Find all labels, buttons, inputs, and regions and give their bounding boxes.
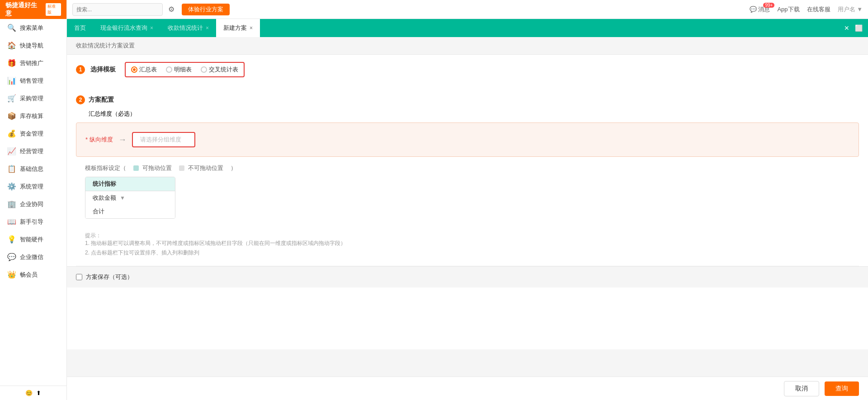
fixed-legend: 不可拖动位置 <box>179 164 223 172</box>
cancel-button[interactable]: 取消 <box>784 381 819 396</box>
metrics-label: 模板指标设定（ <box>85 164 126 172</box>
close-window-icon[interactable]: ✕ <box>844 24 849 32</box>
dropdown-icon[interactable]: ▼ <box>120 195 125 201</box>
metrics-label-end: ） <box>231 164 236 172</box>
dim-select[interactable]: 请选择分组维度 <box>132 132 195 147</box>
metrics-table-header: 统计指标 <box>85 177 175 191</box>
nav-tab-新建方案[interactable]: 新建方案× <box>216 19 260 37</box>
step2-title-row: 2 方案配置 <box>76 95 859 104</box>
draggable-dot <box>133 165 139 171</box>
metrics-section: 模板指标设定（ 可拖动位置 不可拖动位置 ） 统计指标 收款金额 <box>76 164 859 227</box>
topbar-right: 💬 消息 99+ App下载 在线客服 用户名 ▼ <box>750 5 863 14</box>
content-area: 收款情况统计方案设置 1 选择模板 汇总表明细表交叉统计表 2 方案配置 汇总维… <box>67 37 868 376</box>
sidebar-item-销售管理[interactable]: 📊销售管理 <box>0 72 66 89</box>
metrics-table: 统计指标 收款金额▼合计 <box>85 177 175 219</box>
tip-item: 1. 拖动标题栏可以调整布局，不可跨维度或指标区域拖动栏目字段（只能在同一维度或… <box>85 240 850 247</box>
dim-arrow-icon: → <box>118 135 127 145</box>
tabs-controls: ✕ ⬜ <box>844 24 868 32</box>
sidebar-item-畅会员[interactable]: 👑畅会员 <box>0 266 66 283</box>
step2-section: 2 方案配置 汇总维度（必选） * 纵向维度 → 请选择分组维度 <box>67 88 868 266</box>
sidebar-item-智能硬件[interactable]: 💡智能硬件 <box>0 231 66 248</box>
metrics-row-label: 收款金额 <box>93 194 116 202</box>
app-name: 畅捷通好生意 <box>5 1 42 18</box>
content-inner: 收款情况统计方案设置 1 选择模板 汇总表明细表交叉统计表 2 方案配置 汇总维… <box>67 37 868 349</box>
fixed-dot <box>179 165 184 171</box>
sidebar-footer: 😊 ⬆ <box>0 386 66 400</box>
footer: 取消 查询 <box>67 376 868 400</box>
summary-dim-label: 汇总维度（必选） <box>89 110 859 118</box>
sidebar-item-搜索菜单[interactable]: 🔍搜索菜单 <box>0 19 66 37</box>
vertical-dim-label: * 纵向维度 <box>85 136 113 144</box>
metrics-row-合计: 合计 <box>85 205 175 218</box>
radio-交叉统计表[interactable]: 交叉统计表 <box>201 66 238 74</box>
sidebar-item-新手引导[interactable]: 📖新手引导 <box>0 213 66 231</box>
metrics-header: 模板指标设定（ 可拖动位置 不可拖动位置 ） <box>85 164 850 172</box>
sidebar-item-基础信息[interactable]: 📋基础信息 <box>0 160 66 178</box>
app-version: 标准版 <box>46 3 61 16</box>
user-avatar[interactable]: 用户名 ▼ <box>838 5 863 14</box>
search-input[interactable] <box>72 3 163 16</box>
sidebar-item-企业协同[interactable]: 🏢企业协同 <box>0 195 66 213</box>
step1-section: 1 选择模板 汇总表明细表交叉统计表 <box>67 55 868 88</box>
template-radio-group: 汇总表明细表交叉统计表 <box>125 62 245 77</box>
draggable-label: 可拖动位置 <box>142 164 172 172</box>
radio-circle <box>131 66 137 73</box>
sidebar-item-采购管理[interactable]: 🛒采购管理 <box>0 89 66 107</box>
sidebar-item-资金管理[interactable]: 💰资金管理 <box>0 125 66 142</box>
main-area: ⚙ 体验行业方案 💬 消息 99+ App下载 在线客服 用户名 ▼ 首页现金银… <box>67 0 868 400</box>
radio-汇总表[interactable]: 汇总表 <box>131 66 157 74</box>
dim-row: * 纵向维度 → 请选择分组维度 <box>85 132 849 147</box>
query-button[interactable]: 查询 <box>825 381 859 396</box>
sidebar-item-库存核算[interactable]: 📦库存核算 <box>0 107 66 125</box>
step1-num: 1 <box>76 65 85 74</box>
fixed-label: 不可拖动位置 <box>188 164 223 172</box>
message-count: 99+ <box>763 3 774 8</box>
gear-icon[interactable]: ⚙ <box>168 5 175 14</box>
tab-close-icon[interactable]: × <box>250 25 253 31</box>
nav-tab-收款情况统计[interactable]: 收款情况统计× <box>160 19 216 37</box>
nav-tab-首页[interactable]: 首页 <box>67 19 93 37</box>
download-label[interactable]: App下载 <box>777 5 799 14</box>
sidebar-item-系统管理[interactable]: ⚙️系统管理 <box>0 178 66 195</box>
step1-label: 选择模板 <box>90 66 116 74</box>
save-checkbox[interactable] <box>76 274 82 280</box>
metrics-row-label: 合计 <box>93 207 104 216</box>
message-badge[interactable]: 💬 消息 99+ <box>750 5 770 14</box>
radio-circle <box>201 66 207 73</box>
page-header: 收款情况统计方案设置 <box>67 37 868 55</box>
service-label[interactable]: 在线客服 <box>807 5 830 14</box>
tab-close-icon[interactable]: × <box>150 25 153 31</box>
sidebar-item-快捷导航[interactable]: 🏠快捷导航 <box>0 37 66 54</box>
nav-tabs: 首页现金银行流水查询×收款情况统计×新建方案× ✕ ⬜ <box>67 19 868 37</box>
metrics-row-收款金额[interactable]: 收款金额▼ <box>85 191 175 205</box>
trial-button[interactable]: 体验行业方案 <box>182 4 230 15</box>
sidebar-item-经营管理[interactable]: 📈经营管理 <box>0 142 66 160</box>
sidebar-item-企业微信[interactable]: 💬企业微信 <box>0 248 66 266</box>
sidebar-item-营销推广[interactable]: 🎁营销推广 <box>0 54 66 72</box>
step1-row: 1 选择模板 汇总表明细表交叉统计表 <box>76 62 859 77</box>
tips-label: 提示： <box>85 232 101 239</box>
dim-area: * 纵向维度 → 请选择分组维度 <box>76 122 859 157</box>
sidebar-logo: 畅捷通好生意 标准版 <box>0 0 66 19</box>
maximize-icon[interactable]: ⬜ <box>855 24 863 32</box>
sidebar: 畅捷通好生意 标准版 🔍搜索菜单🏠快捷导航🎁营销推广📊销售管理🛒采购管理📦库存核… <box>0 0 67 400</box>
step2-num: 2 <box>76 95 85 104</box>
save-label: 方案保存（可选） <box>86 273 133 281</box>
radio-明细表[interactable]: 明细表 <box>166 66 192 74</box>
radio-circle <box>166 66 172 73</box>
nav-tab-现金银行流水查询[interactable]: 现金银行流水查询× <box>93 19 160 37</box>
step2-label: 方案配置 <box>89 96 114 104</box>
tab-close-icon[interactable]: × <box>206 25 209 31</box>
draggable-legend: 可拖动位置 <box>133 164 172 172</box>
tip-item: 2. 点击标题栏下拉可设置排序、插入列和删除列 <box>85 249 850 257</box>
topbar: ⚙ 体验行业方案 💬 消息 99+ App下载 在线客服 用户名 ▼ <box>67 0 868 19</box>
page-title: 收款情况统计方案设置 <box>76 42 135 49</box>
save-section: 方案保存（可选） <box>67 266 868 287</box>
tips-section: 提示： 1. 拖动标题栏可以调整布局，不可跨维度或指标区域拖动栏目字段（只能在同… <box>76 227 859 266</box>
